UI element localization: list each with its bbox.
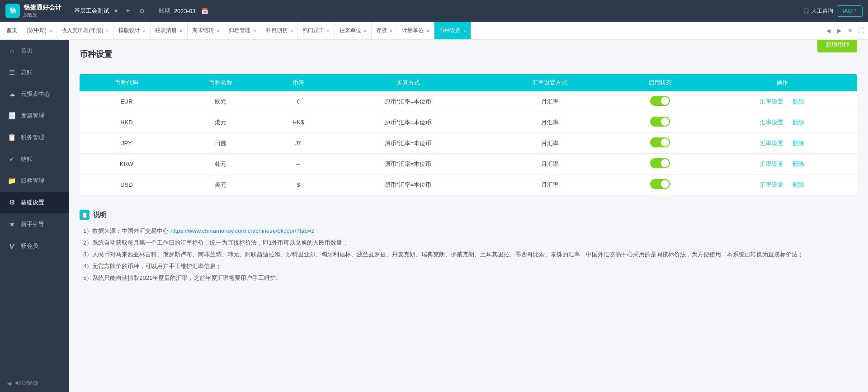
toggle-enabled[interactable]: [650, 137, 670, 147]
close-icon[interactable]: ×: [179, 28, 182, 33]
header-right: 🎧 人工咨询 iAM *: [803, 5, 863, 17]
sidebar-item-member[interactable]: V 畅会员: [0, 235, 69, 257]
workspace-dropdown-icon[interactable]: ▼: [113, 8, 119, 14]
tab-home[interactable]: 首页: [2, 22, 22, 40]
workspace-name[interactable]: 基层工会测试: [74, 7, 109, 15]
main-layout: ⌂ 首页 ☰ 总账 ☁ 云报表中心 🧾 发票管理 📋 税务管理 ✓ 结账 📁 归…: [0, 40, 868, 392]
sidebar-item-invoice[interactable]: 🧾 发票管理: [0, 105, 69, 127]
period-label: 账期: [159, 7, 170, 15]
logo-area: 畅 畅捷通好会计 旗舰版: [5, 4, 74, 18]
sidebar-unpin-button[interactable]: ◀ ◀取消固定: [0, 374, 69, 392]
top-header: 畅 畅捷通好会计 旗舰版 基层工会测试 ▼ + ⚙ 账期 2023-03 📅 🎧…: [0, 0, 868, 22]
new-currency-button[interactable]: 新增币种: [817, 40, 857, 52]
close-icon[interactable]: ×: [106, 28, 108, 33]
close-icon[interactable]: ×: [426, 28, 429, 33]
cell-name: 港元: [174, 112, 268, 133]
delete-button[interactable]: 删除: [793, 98, 804, 105]
delete-button[interactable]: 删除: [793, 161, 804, 167]
toggle-thumb: [661, 118, 669, 126]
cell-calc: 原币*汇率=本位币: [329, 154, 487, 175]
tab-unit[interactable]: 计量单位 ×: [397, 22, 434, 40]
delete-button[interactable]: 删除: [793, 181, 804, 188]
notice-item: 5）系统只能自动抓取2021年度后的汇率，之前年度汇率需要用户手工维护。: [80, 272, 857, 284]
cell-status: [613, 133, 707, 154]
calendar-icon[interactable]: 📅: [201, 8, 208, 14]
tab-archive[interactable]: 归档管理 ×: [224, 22, 261, 40]
tab-expand-button[interactable]: ⛶: [855, 22, 866, 40]
sidebar-item-reports[interactable]: ☁ 云报表中心: [0, 83, 69, 105]
tax-icon: 📋: [7, 133, 16, 142]
logo-text: 畅捷通好会计 旗舰版: [24, 4, 61, 18]
notice-list: 1）数据来源：中国外汇交易中心 https://www.chinamoney.c…: [80, 225, 857, 284]
delete-button[interactable]: 删除: [793, 119, 804, 126]
settings-icon: ⚙: [7, 198, 16, 207]
col-header-calc: 折算方式: [329, 74, 487, 91]
close-icon[interactable]: ×: [217, 28, 219, 33]
sidebar: ⌂ 首页 ☰ 总账 ☁ 云报表中心 🧾 发票管理 📋 税务管理 ✓ 结账 📁 归…: [0, 40, 69, 392]
settings-icon[interactable]: ⚙: [137, 5, 148, 16]
close-icon[interactable]: ×: [253, 28, 256, 33]
invoice-icon: 🧾: [7, 111, 16, 120]
notice-item: 3）人民币对马来西亚林吉特、俄罗斯卢布、南非兰特、韩元、阿联酋迪拉姆、沙特里亚尔…: [80, 249, 857, 260]
col-header-code: 币种代码: [80, 74, 174, 91]
cell-actions: 汇率设置 删除: [707, 91, 858, 112]
tab-dept-staff[interactable]: 部门员工 ×: [298, 22, 335, 40]
rate-setting-button[interactable]: 汇率设置: [760, 98, 783, 105]
close-icon[interactable]: ×: [463, 28, 466, 33]
close-icon[interactable]: ×: [290, 28, 293, 33]
sidebar-item-close[interactable]: ✓ 结账: [0, 148, 69, 170]
notice-section: 📋 说明 1）数据来源：中国外汇交易中心 https://www.chinamo…: [80, 210, 857, 284]
cell-symbol: --: [267, 154, 329, 175]
tab-tax-list[interactable]: 税表清册 ×: [151, 22, 187, 40]
tab-partners[interactable]: 往来单位 ×: [335, 22, 372, 40]
table-row: USD 美元 $ 原币*汇率=本位币 月汇率 汇率设置 删除: [80, 175, 857, 195]
account-button[interactable]: iAM *: [837, 5, 863, 17]
home-icon: ⌂: [7, 46, 16, 55]
cell-actions: 汇率设置 删除: [707, 175, 858, 195]
tab-prev-button[interactable]: ◀: [823, 22, 834, 40]
tab-subject-init[interactable]: 科目期初 ×: [261, 22, 298, 40]
close-icon[interactable]: ×: [364, 28, 367, 33]
close-icon[interactable]: ×: [49, 28, 52, 33]
tab-report-mid[interactable]: 报(中期) ×: [22, 22, 57, 40]
tab-currency[interactable]: 币种设置 ×: [434, 22, 471, 40]
toggle-enabled[interactable]: [650, 96, 670, 106]
rate-setting-button[interactable]: 汇率设置: [760, 119, 783, 126]
tab-close-all-button[interactable]: ✕: [844, 22, 855, 40]
notice-link[interactable]: https://www.chinamoney.com.cn/chinese/bk…: [170, 227, 315, 234]
cell-rate-type: 月汇率: [487, 133, 613, 154]
toggle-enabled[interactable]: [650, 179, 670, 189]
support-button[interactable]: 🎧 人工咨询: [803, 7, 833, 15]
cell-symbol: $: [267, 175, 329, 195]
rate-setting-button[interactable]: 汇率设置: [760, 161, 783, 167]
toggle-enabled[interactable]: [650, 117, 670, 127]
table-row: EUR 欧元 € 原币*汇率=本位币 月汇率 汇率设置 删除: [80, 91, 857, 112]
add-workspace-button[interactable]: +: [123, 5, 133, 16]
close-icon[interactable]: ×: [390, 28, 392, 33]
cell-status: [613, 154, 707, 175]
tab-income-year[interactable]: 收入支出表(年报) ×: [57, 22, 113, 40]
sidebar-item-ledger[interactable]: ☰ 总账: [0, 61, 69, 83]
cell-symbol: €: [267, 91, 329, 112]
toggle-enabled[interactable]: [650, 158, 670, 168]
col-header-actions: 操作: [707, 74, 858, 91]
cell-rate-type: 月汇率: [487, 91, 613, 112]
sidebar-item-settings[interactable]: ⚙ 基础设置: [0, 192, 69, 213]
tab-next-button[interactable]: ▶: [834, 22, 844, 40]
tab-template[interactable]: 模版设计 ×: [114, 22, 151, 40]
toggle-thumb: [661, 180, 669, 188]
close-icon[interactable]: ×: [327, 28, 330, 33]
tab-period-close[interactable]: 期末结转 ×: [188, 22, 224, 40]
sidebar-item-guide[interactable]: ★ 新手引导: [0, 213, 69, 235]
tab-inventory[interactable]: 存货 ×: [372, 22, 397, 40]
rate-setting-button[interactable]: 汇率设置: [760, 181, 783, 188]
sidebar-item-home[interactable]: ⌂ 首页: [0, 40, 69, 61]
rate-setting-button[interactable]: 汇率设置: [760, 140, 783, 146]
sidebar-item-archive[interactable]: 📁 归档管理: [0, 170, 69, 192]
close-icon[interactable]: ×: [143, 28, 146, 33]
notice-item: 2）系统自动获取每月第一个工作日的汇率标价，统一为直接标价法，即1外币可以兑换的…: [80, 237, 857, 249]
sidebar-footer-label: ◀取消固定: [14, 380, 39, 387]
delete-button[interactable]: 删除: [793, 140, 804, 146]
sidebar-item-tax[interactable]: 📋 税务管理: [0, 127, 69, 148]
unpin-icon: ◀: [7, 380, 11, 387]
